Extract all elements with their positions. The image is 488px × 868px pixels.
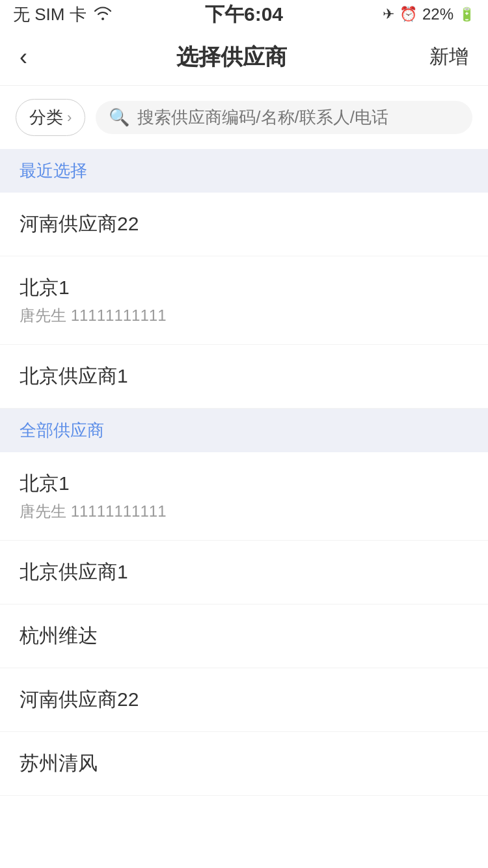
- back-button[interactable]: ‹: [20, 37, 34, 77]
- status-left: 无 SIM 卡: [13, 3, 113, 26]
- category-label: 分类: [29, 106, 63, 129]
- item-name: 河南供应商22: [20, 211, 468, 237]
- status-right: ✈ ⏰ 22% 🔋: [383, 5, 475, 23]
- list-item[interactable]: 北京1唐先生 11111111111: [0, 452, 488, 541]
- status-time: 下午6:04: [205, 1, 283, 28]
- carrier-text: 无 SIM 卡: [13, 3, 87, 26]
- chevron-right-icon: ›: [67, 109, 72, 126]
- list-item[interactable]: 河南供应商22: [0, 193, 488, 256]
- nav-bar: ‹ 选择供应商 新增: [0, 29, 488, 86]
- item-name: 北京供应商1: [20, 363, 468, 390]
- status-bar: 无 SIM 卡 下午6:04 ✈ ⏰ 22% 🔋: [0, 0, 488, 29]
- list-item[interactable]: 北京供应商1: [0, 541, 488, 604]
- search-icon: 🔍: [109, 107, 129, 128]
- all-section-header: 全部供应商: [0, 409, 488, 452]
- list-item[interactable]: 杭州维达: [0, 604, 488, 668]
- item-sub: 唐先生 11111111111: [20, 501, 468, 522]
- list-item[interactable]: 北京供应商1: [0, 345, 488, 409]
- list-item[interactable]: 北京1唐先生 11111111111: [0, 256, 488, 345]
- battery-text: 22%: [422, 5, 454, 23]
- item-name: 杭州维达: [20, 623, 468, 649]
- recent-section-label: 最近选择: [20, 161, 87, 180]
- add-button[interactable]: 新增: [429, 44, 468, 70]
- list-item[interactable]: 苏州清风: [0, 732, 488, 796]
- search-input[interactable]: [137, 107, 459, 128]
- item-name: 北京1: [20, 470, 468, 497]
- item-name: 北京供应商1: [20, 559, 468, 586]
- all-list: 北京1唐先生 11111111111北京供应商1杭州维达河南供应商22苏州清风: [0, 452, 488, 796]
- all-section-label: 全部供应商: [20, 420, 104, 440]
- item-name: 河南供应商22: [20, 686, 468, 713]
- item-name: 北京1: [20, 275, 468, 301]
- page-title: 选择供应商: [176, 42, 287, 72]
- location-icon: ✈: [383, 6, 394, 23]
- item-name: 苏州清风: [20, 750, 468, 777]
- wifi-icon: [93, 5, 113, 25]
- battery-icon: 🔋: [459, 7, 475, 22]
- search-input-wrap: 🔍: [96, 101, 472, 134]
- item-sub: 唐先生 11111111111: [20, 305, 468, 326]
- search-area: 分类 › 🔍: [0, 86, 488, 149]
- list-item[interactable]: 河南供应商22: [0, 668, 488, 732]
- recent-section-header: 最近选择: [0, 149, 488, 193]
- recent-list: 河南供应商22北京1唐先生 11111111111北京供应商1: [0, 193, 488, 409]
- alarm-icon: ⏰: [400, 6, 417, 23]
- category-button[interactable]: 分类 ›: [16, 99, 85, 136]
